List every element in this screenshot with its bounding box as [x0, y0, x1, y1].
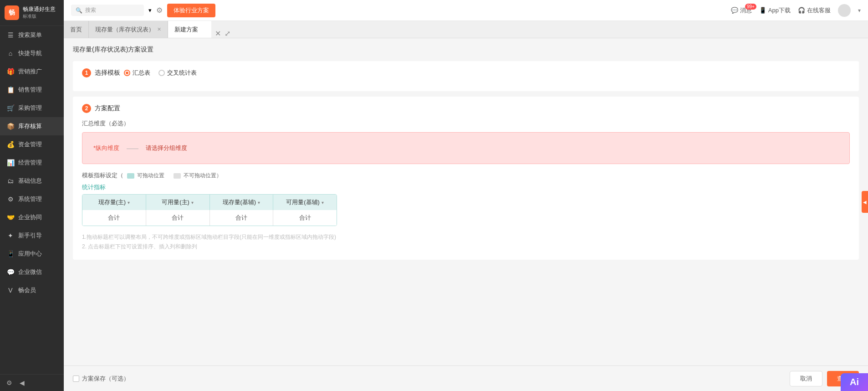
sidebar-item-label: 搜索菜单: [18, 31, 42, 39]
sidebar-item-member[interactable]: V 畅会员: [0, 281, 64, 299]
sidebar-item-label: 畅会员: [18, 286, 36, 294]
window-expand-icon[interactable]: ⤢: [225, 29, 230, 38]
stats-col-3-chevron: ▾: [322, 200, 324, 205]
step2-num: 2: [82, 104, 91, 113]
gift-icon: 🎁: [6, 67, 15, 76]
tab-inventory-close-icon[interactable]: ✕: [157, 26, 161, 32]
step1-label: 选择模板: [95, 69, 120, 77]
sidebar-item-purchase[interactable]: 🛒 采购管理: [0, 99, 64, 117]
fixed-box: [174, 173, 181, 179]
sidebar-item-app-center[interactable]: 📱 应用中心: [0, 245, 64, 263]
topbar-right: 💬 消息 99+ 📱 App下载 🎧 在线客服 ▾: [731, 4, 861, 17]
sidebar-item-system[interactable]: ⚙ 系统管理: [0, 190, 64, 208]
stats-col-1[interactable]: 可用量(主) ▾: [146, 195, 210, 210]
footer-sound-icon[interactable]: ◀: [20, 379, 25, 386]
right-panel-handle[interactable]: ◀: [862, 191, 868, 213]
tab-new-close-icon[interactable]: ✕: [201, 26, 205, 32]
sidebar-nav: ☰ 搜索菜单 ⌂ 快捷导航 🎁 营销推广 📋 销售管理 🛒 采购管理 📦 库存核…: [0, 26, 64, 374]
stats-col-2-label: 现存量(基辅): [223, 198, 256, 206]
indicator-text-start: 模板指标设定（: [82, 172, 123, 179]
sidebar-item-sales[interactable]: 📋 销售管理: [0, 81, 64, 99]
step1-section: 1 选择模板 汇总表 交叉统计表: [73, 61, 859, 91]
app-download[interactable]: 📱 App下载: [759, 6, 791, 15]
sidebar-item-label: 企业微信: [18, 268, 42, 276]
stats-col-1-label: 可用量(主): [162, 198, 189, 206]
sidebar-item-wechat[interactable]: 💬 企业微信: [0, 263, 64, 281]
sidebar-item-marketing[interactable]: 🎁 营销推广: [0, 62, 64, 81]
radio-cross-label: 交叉统计表: [167, 69, 197, 77]
home-icon: ⌂: [6, 49, 15, 57]
movable-legend: 可拖动位置: [127, 172, 164, 180]
tab-new-label: 新建方案: [174, 26, 198, 34]
trial-button[interactable]: 体验行业方案: [167, 4, 215, 17]
bottom-bar: 方案保存（可选） 取消 查询: [64, 365, 868, 391]
sidebar-item-label: 采购管理: [18, 104, 42, 112]
brand-tag: 标准版: [23, 13, 56, 20]
stats-col-3[interactable]: 可用量(基辅) ▾: [273, 195, 337, 210]
sidebar-item-quick-nav[interactable]: ⌂ 快捷导航: [0, 44, 64, 62]
user-avatar[interactable]: [838, 4, 851, 17]
stats-section-label: 统计指标: [82, 183, 850, 191]
folder-icon: 🗂: [6, 177, 15, 185]
user-dropdown-icon[interactable]: ▾: [858, 7, 861, 14]
dimension-required-text: *纵向维度: [93, 144, 119, 152]
message-badge[interactable]: 💬 消息 99+: [731, 6, 752, 15]
stats-col-2[interactable]: 现存量(基辅) ▾: [210, 195, 274, 210]
sidebar-item-label: 新手引导: [18, 232, 42, 240]
online-service[interactable]: 🎧 在线客服: [798, 6, 831, 15]
vip-icon: V: [6, 286, 15, 294]
sidebar-item-operations[interactable]: 📊 经营管理: [0, 154, 64, 172]
tab-home-label: 首页: [70, 26, 82, 34]
topbar-dropdown-icon[interactable]: ▾: [148, 7, 152, 14]
stats-table: 现存量(主) ▾ 可用量(主) ▾ 现存量(基辅) ▾ 可用量(基辅): [82, 194, 337, 226]
radio-summary[interactable]: 汇总表: [124, 69, 150, 77]
ai-label: Ai: [850, 377, 859, 387]
sidebar-brand: 畅 畅康通好生意 标准版: [0, 0, 64, 26]
download-icon: 📱: [759, 7, 766, 14]
sidebar-item-guide[interactable]: ✦ 新手引导: [0, 226, 64, 245]
summary-dimension-label: 汇总维度（必选）: [82, 119, 850, 128]
stats-col-0[interactable]: 现存量(主) ▾: [82, 195, 146, 210]
tab-inventory-status[interactable]: 现存量（库存状况表） ✕: [89, 21, 168, 38]
tab-home[interactable]: 首页: [64, 21, 89, 38]
topbar-gear-icon[interactable]: ⚙: [156, 6, 163, 15]
sidebar-item-label: 营销推广: [18, 67, 42, 76]
sidebar-item-label: 应用中心: [18, 250, 42, 258]
sidebar-item-coop[interactable]: 🤝 企业协同: [0, 208, 64, 226]
search-box[interactable]: 🔍 搜索: [71, 5, 144, 16]
money-icon: 💰: [6, 140, 15, 149]
step2-label: 方案配置: [95, 104, 120, 113]
dimension-row: *纵向维度 —— 请选择分组维度: [93, 144, 187, 152]
message-icon: 💬: [731, 7, 738, 14]
tab-new-plan[interactable]: 新建方案 ✕: [168, 21, 211, 38]
save-checkbox[interactable]: [73, 376, 79, 382]
content-area: 现存量(库存状况表)方案设置 1 选择模板 汇总表 交叉统计表: [64, 38, 868, 365]
sidebar-item-label: 基础信息: [18, 177, 42, 185]
ai-badge[interactable]: Ai: [841, 373, 868, 391]
template-radio-group: 汇总表 交叉统计表: [124, 69, 197, 77]
stats-col-0-label: 现存量(主): [98, 198, 126, 206]
cancel-button[interactable]: 取消: [790, 371, 822, 386]
stats-cell-0: 合计: [82, 210, 146, 226]
sidebar-item-label: 销售管理: [18, 86, 42, 94]
dimension-area[interactable]: *纵向维度 —— 请选择分组维度: [82, 132, 850, 164]
sidebar-item-inventory[interactable]: 📦 库存核算: [0, 117, 64, 135]
save-checkbox-area: 方案保存（可选）: [73, 375, 129, 383]
chart-icon: 📊: [6, 159, 15, 167]
gear-icon: ⚙: [6, 195, 15, 203]
stats-header-row: 现存量(主) ▾ 可用量(主) ▾ 现存量(基辅) ▾ 可用量(基辅): [82, 195, 337, 210]
sidebar-item-finance[interactable]: 💰 资金管理: [0, 135, 64, 154]
stats-cell-1: 合计: [146, 210, 210, 226]
fixed-legend: 不可拖动位置）: [174, 172, 222, 180]
sidebar-item-label: 经营管理: [18, 159, 42, 167]
tips-section: 1.拖动标题栏可以调整布局，不可跨维度或指标区域拖动栏目字段(只能在同一维度或指…: [82, 233, 850, 251]
sidebar-item-search-menu[interactable]: ☰ 搜索菜单: [0, 26, 64, 44]
cart-icon: 🛒: [6, 104, 15, 112]
page-title: 现存量(库存状况表)方案设置: [73, 46, 859, 54]
stats-cell-3: 合计: [273, 210, 337, 226]
radio-cross[interactable]: 交叉统计表: [158, 69, 197, 77]
sidebar-item-basic-info[interactable]: 🗂 基础信息: [0, 172, 64, 190]
window-close-icon[interactable]: ✕: [215, 29, 221, 38]
step1-header: 1 选择模板 汇总表 交叉统计表: [82, 68, 850, 77]
footer-settings-icon[interactable]: ⚙: [6, 379, 12, 386]
